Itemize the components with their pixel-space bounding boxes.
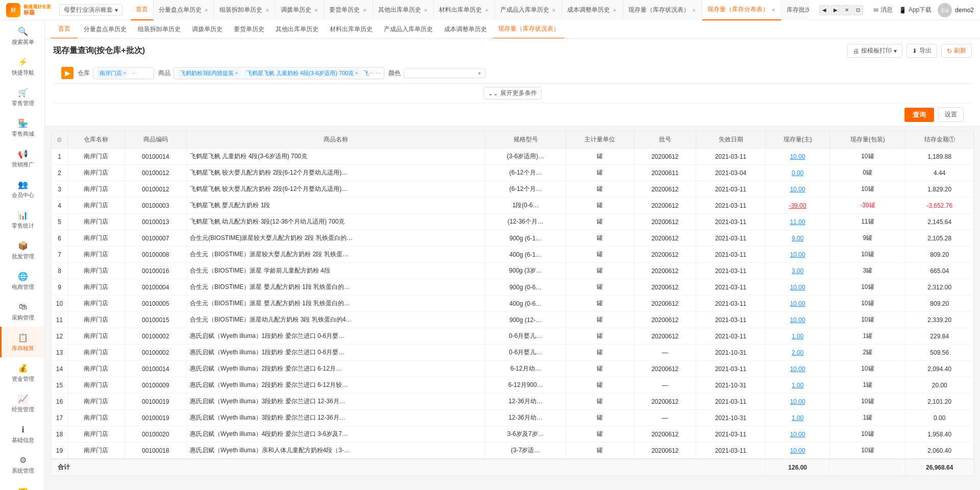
sidebar-item-shortcut[interactable]: ⚡ 快捷导航 xyxy=(0,51,44,82)
cell-qty-main[interactable]: 10.00 xyxy=(766,426,830,443)
tab-stock-status[interactable]: 现存量（库存状况表）× xyxy=(623,0,702,20)
commodity-tag-box[interactable]: 飞鹤奶粉3段丙措提装 × 飞鹤星飞帆 儿童奶粉 4段(3-6岁适用) 700克 … xyxy=(174,67,384,79)
close-split-history[interactable]: × xyxy=(204,7,209,14)
sec-nav-group[interactable]: 组装拆卸单历史 xyxy=(133,20,186,39)
cell-qty-main[interactable]: 0.00 xyxy=(766,165,830,181)
tab-product-in[interactable]: 产成品入库单历史 × xyxy=(495,0,562,20)
account-dropdown[interactable]: 母婴行业演示账套 ▾ xyxy=(59,4,122,16)
commodity-tag-1[interactable]: 飞鹤奶粉3段丙措提装 × xyxy=(177,69,241,78)
sidebar-item-basic[interactable]: ℹ 基础信息 xyxy=(0,419,44,449)
settings-btn[interactable]: 设置 xyxy=(938,107,964,122)
close-group-disassemble[interactable]: × xyxy=(264,7,270,14)
cell-qty-main[interactable]: 11.00 xyxy=(766,214,830,230)
sec-nav-split-history[interactable]: 分量盘点单历史 xyxy=(79,20,132,39)
cell-qty-main[interactable]: 10.00 xyxy=(766,394,830,410)
tab-material-out[interactable]: 材料出库单历史 × xyxy=(434,0,495,20)
tab-group-disassemble[interactable]: 组装拆卸单历史 × xyxy=(214,0,275,20)
sidebar-item-retail-mall[interactable]: 🏪 零售商城 xyxy=(0,112,44,143)
close-other-out[interactable]: × xyxy=(423,7,428,14)
cell-qty-pkg: 10罐 xyxy=(830,426,905,443)
table-footer-row: 合计 126.00 26,968.64 xyxy=(52,459,974,476)
main-layout: 🔍 搜索英单 ⚡ 快捷导航 🛒 零售管理 🏪 零售商城 📢 营销推广 👥 会员中… xyxy=(0,20,980,490)
message-btn[interactable]: ✉ 消息 xyxy=(873,6,893,14)
close-stock-dist[interactable]: × xyxy=(771,6,776,13)
cell-qty-main[interactable]: -39.00 xyxy=(766,198,830,214)
cell-unit: 罐 xyxy=(566,361,634,377)
cell-qty-main[interactable]: 1.00 xyxy=(766,410,830,426)
sec-nav-require[interactable]: 要货单历史 xyxy=(229,20,270,39)
tab-other-out[interactable]: 其他出库单历史 × xyxy=(373,0,434,20)
cell-qty-main[interactable]: 3.00 xyxy=(766,263,830,279)
warehouse-tag-nanang[interactable]: 南岸门店 × xyxy=(96,69,129,78)
filter-expand-btn[interactable]: ▶ xyxy=(61,67,74,79)
expand-conditions-btn[interactable]: ⌄⌄ 展开更多条件 xyxy=(483,87,542,100)
close-cost-adjust[interactable]: × xyxy=(612,7,617,14)
close-adjust-history[interactable]: × xyxy=(313,7,318,14)
sidebar-item-retail-stats[interactable]: 📊 零售统计 xyxy=(0,204,44,235)
sidebar-item-finance[interactable]: 💰 资金管理 xyxy=(0,357,44,388)
cell-qty-main[interactable]: 10.00 xyxy=(766,312,830,328)
sec-nav-material-out[interactable]: 材料出库单历史 xyxy=(325,20,378,39)
tab-next-btn[interactable]: ▶ xyxy=(830,5,841,15)
sidebar-item-member[interactable]: 👥 会员中心 xyxy=(0,174,44,204)
tab-split-history[interactable]: 分量盘点单历史 × xyxy=(154,0,214,20)
user-area[interactable]: Ea demo2 xyxy=(938,3,974,17)
sidebar-item-search[interactable]: 🔍 搜索英单 xyxy=(0,20,44,51)
cell-batch: 20200612 xyxy=(634,312,696,328)
sidebar-item-marketing[interactable]: 📢 营销推广 xyxy=(0,143,44,174)
commodity-tag-2-close[interactable]: × xyxy=(355,70,358,76)
cell-qty-main[interactable]: 2.00 xyxy=(766,345,830,361)
tab-home[interactable]: 首页 xyxy=(131,0,154,20)
tab-cost-adjust[interactable]: 成本调整单历史 × xyxy=(562,0,623,20)
template-print-btn[interactable]: 🖨 按模板打印 ▾ xyxy=(847,44,902,58)
cell-batch: 20200612 xyxy=(634,296,696,312)
sidebar-item-operation[interactable]: 📈 经营管理 xyxy=(0,388,44,419)
cell-qty-main[interactable]: 10.00 xyxy=(766,149,830,165)
sidebar-item-cooperation[interactable]: 🤝 企业协同 xyxy=(0,480,44,490)
sidebar-item-system[interactable]: ⚙ 系统管理 xyxy=(0,449,44,480)
color-select[interactable]: ▾ xyxy=(404,68,485,78)
close-require-history[interactable]: × xyxy=(362,7,367,14)
cell-qty-main[interactable]: 10.00 xyxy=(766,279,830,296)
commodity-tag-2[interactable]: 飞鹤星飞帆 儿童奶粉 4段(3-6岁适用) 700克 × xyxy=(243,69,361,78)
cell-qty-main[interactable]: 10.00 xyxy=(766,296,830,312)
commodity-more-tag[interactable]: 飞··· xyxy=(363,69,374,77)
tab-adjust-history[interactable]: 调拨单历史 × xyxy=(276,0,324,20)
close-stock-status[interactable]: × xyxy=(692,7,697,14)
sec-nav-other-out[interactable]: 其他出库单历史 xyxy=(271,20,324,39)
sec-nav-adjust[interactable]: 调拨单历史 xyxy=(187,20,228,39)
logo-text: 标题 xyxy=(23,9,51,16)
sidebar-item-purchase[interactable]: 🛍 采购管理 xyxy=(0,296,44,327)
cell-qty-main[interactable]: 1.00 xyxy=(766,328,830,345)
tab-stock-dist[interactable]: 现存量（库存分布表）× xyxy=(702,0,781,20)
sidebar-item-wholesale[interactable]: 📦 批发管理 xyxy=(0,235,44,265)
tab-require-history[interactable]: 要货单历史 × xyxy=(324,0,373,20)
sec-nav-home[interactable]: 首页 xyxy=(51,20,78,39)
cell-qty-main[interactable]: 10.00 xyxy=(766,361,830,377)
close-product-in[interactable]: × xyxy=(551,7,556,14)
tab-fullscreen-btn[interactable]: ⊡ xyxy=(853,5,863,15)
sidebar-item-retail[interactable]: 🛒 零售管理 xyxy=(0,82,44,112)
sidebar-item-inventory[interactable]: 📋 库存核算 xyxy=(0,327,44,357)
cell-qty-main[interactable]: 1.00 xyxy=(766,377,830,394)
cell-qty-main[interactable]: 9.00 xyxy=(766,230,830,247)
cell-qty-main[interactable]: 10.00 xyxy=(766,181,830,198)
export-btn[interactable]: ⬇ 导出 xyxy=(906,44,937,58)
close-material-out[interactable]: × xyxy=(484,7,489,14)
warehouse-tag-close[interactable]: × xyxy=(123,70,126,76)
sec-nav-product-in[interactable]: 产成品入库单历史 xyxy=(379,20,438,39)
tab-close-btn[interactable]: ✕ xyxy=(842,5,852,15)
commodity-tag-1-close[interactable]: × xyxy=(235,70,238,76)
warehouse-tag-box[interactable]: 南岸门店 × ··· xyxy=(93,67,154,79)
query-btn[interactable]: 查询 xyxy=(904,108,934,122)
cell-qty-main[interactable]: 10.00 xyxy=(766,247,830,263)
refresh-btn[interactable]: ↻ 刷新 xyxy=(941,44,972,58)
sec-nav-stock-status[interactable]: 现存量（库存状况表） xyxy=(493,20,565,39)
cell-qty-main[interactable]: 10.00 xyxy=(766,443,830,459)
tab-prev-btn[interactable]: ◀ xyxy=(819,5,829,15)
settings-gear-icon[interactable]: ⚙ xyxy=(57,136,62,143)
app-download-btn[interactable]: 📱 App下载 xyxy=(899,6,932,14)
tab-batch-ledger[interactable]: 库存批次账 × xyxy=(781,0,809,20)
sec-nav-cost-adjust[interactable]: 成本调整单历史 xyxy=(439,20,492,39)
sidebar-item-ecommerce[interactable]: 🌐 电商管理 xyxy=(0,265,44,296)
